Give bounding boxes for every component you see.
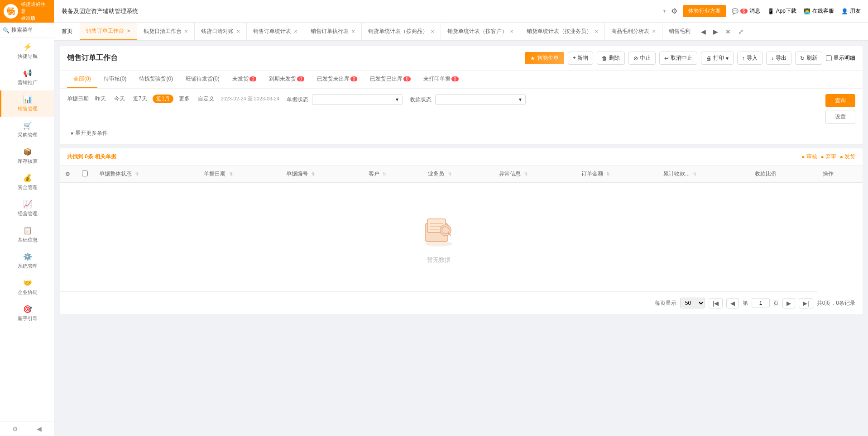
tab-nav-next[interactable]: ▶ bbox=[710, 25, 722, 38]
add-button[interactable]: + 新增 bbox=[568, 52, 593, 65]
col-checkbox[interactable] bbox=[76, 166, 94, 183]
select-all-checkbox[interactable] bbox=[82, 171, 88, 176]
app-download-button[interactable]: 📱 App下载 bbox=[767, 7, 796, 15]
tab-nav-prev[interactable]: ◀ bbox=[697, 25, 710, 38]
filter-tab-wangpu[interactable]: 旺铺待发货(0) bbox=[179, 71, 226, 88]
trial-button[interactable]: 体验行业方案 bbox=[683, 5, 726, 17]
filter-tab-overdue[interactable]: 到期未发货0 bbox=[263, 71, 311, 88]
col-settings[interactable]: ⚙ bbox=[60, 166, 76, 183]
tab-restore[interactable]: ⤢ bbox=[734, 25, 747, 38]
system-dropdown-arrow[interactable]: ▾ bbox=[663, 9, 666, 14]
filter-tab-pending-review[interactable]: 待审核(0) bbox=[97, 71, 133, 88]
tab-gross-margin[interactable]: 商品毛利分析表 ✕ bbox=[605, 23, 662, 40]
review-btn[interactable]: ● 审核 bbox=[801, 153, 817, 161]
sidebar-item-inventory[interactable]: 📦 库存核算 bbox=[0, 143, 54, 169]
cancel-review-btn[interactable]: ● 弃审 bbox=[821, 153, 836, 161]
page-size-select[interactable]: 50 10 20 100 bbox=[680, 298, 705, 308]
sidebar-item-sales[interactable]: 📊 销售管理 bbox=[0, 90, 54, 117]
sidebar-search[interactable]: 🔍 搜索菜单 bbox=[0, 23, 54, 38]
tab-cash-daily[interactable]: 钱货日清工作台 ✕ bbox=[137, 23, 195, 40]
sidebar-item-quick-nav[interactable]: ⚡ 快捷导航 bbox=[0, 38, 54, 64]
filter-tab-shipped-outbound[interactable]: 已发货已出库0 bbox=[364, 71, 417, 88]
page-prev-btn[interactable]: ◀ bbox=[726, 298, 739, 308]
stop-button[interactable]: ⊘ 中止 bbox=[628, 52, 656, 65]
tab-close-summary-product[interactable]: ✕ bbox=[431, 29, 434, 34]
sidebar-item-operations[interactable]: 📈 经营管理 bbox=[0, 195, 54, 222]
sidebar-collapse-icon[interactable]: ◀ bbox=[37, 425, 42, 432]
status-select[interactable]: ▾ bbox=[312, 94, 403, 105]
sidebar-item-basic-info[interactable]: 📋 基础信息 bbox=[0, 222, 54, 248]
sidebar-item-purchase[interactable]: 🛒 采购管理 bbox=[0, 117, 54, 143]
sidebar-item-guide[interactable]: 🎯 新手引导 bbox=[0, 300, 54, 327]
tab-sales-order[interactable]: 销售订单工作台 ✕ bbox=[80, 23, 137, 40]
tab-close-cash-check[interactable]: ✕ bbox=[236, 29, 240, 34]
cancel-stop-icon: ↩ bbox=[664, 55, 669, 62]
sort-salesperson[interactable]: ⇅ bbox=[448, 171, 451, 176]
query-button[interactable]: 查询 bbox=[825, 94, 855, 107]
show-details-input[interactable] bbox=[826, 55, 832, 61]
sort-collected[interactable]: ⇅ bbox=[693, 171, 696, 176]
sort-date[interactable]: ⇅ bbox=[229, 171, 233, 176]
smart-generate-button[interactable]: ★ 智能生单 bbox=[525, 52, 564, 64]
sidebar-settings-icon[interactable]: ⚙ bbox=[12, 425, 18, 432]
date-more[interactable]: 更多 bbox=[176, 94, 192, 104]
filter-tab-all[interactable]: 全部(0) bbox=[67, 71, 97, 88]
message-icon: 💬 bbox=[732, 8, 739, 14]
tab-close-gross-margin[interactable]: ✕ bbox=[652, 29, 656, 34]
sort-number[interactable]: ⇅ bbox=[311, 171, 315, 176]
tab-sales-summary-product[interactable]: 销货单统计表（按商品） ✕ bbox=[362, 23, 441, 40]
print-button[interactable]: 🖨 打印 ▾ bbox=[701, 52, 734, 65]
delete-icon: 🗑 bbox=[602, 55, 607, 62]
sidebar-item-finance[interactable]: 💰 资金管理 bbox=[0, 169, 54, 195]
date-7days[interactable]: 近7天 bbox=[130, 94, 150, 104]
tab-home[interactable]: 首页 bbox=[54, 23, 80, 40]
tab-sales-stat[interactable]: 销售订单统计表 ✕ bbox=[247, 23, 304, 40]
tab-close-cash-daily[interactable]: ✕ bbox=[184, 29, 188, 34]
sort-status[interactable]: ⇅ bbox=[135, 171, 139, 176]
payment-select[interactable]: ▾ bbox=[435, 94, 526, 105]
tab-cash-check[interactable]: 钱货日清对账 ✕ bbox=[195, 23, 247, 40]
tab-close-summary-salesperson[interactable]: ✕ bbox=[595, 29, 598, 34]
sort-abnormal[interactable]: ⇅ bbox=[524, 171, 528, 176]
tab-sales-summary-salesperson[interactable]: 销货单统计表（按业务员） ✕ bbox=[520, 23, 605, 40]
sidebar-item-cooperation[interactable]: 🤝 企业协同 bbox=[0, 274, 54, 300]
page-last-btn[interactable]: ▶| bbox=[799, 298, 813, 308]
import-button[interactable]: ↑ 导入 bbox=[737, 52, 762, 65]
page-input[interactable] bbox=[752, 298, 770, 308]
filter-tab-shipped-not-outbound[interactable]: 已发货未出库0 bbox=[311, 71, 364, 88]
header-settings-icon[interactable]: ⚙ bbox=[671, 7, 677, 15]
tab-close-sales-exec[interactable]: ✕ bbox=[351, 29, 355, 34]
sort-amount[interactable]: ⇅ bbox=[606, 171, 610, 176]
sidebar-item-system[interactable]: ⚙️ 系统管理 bbox=[0, 248, 54, 274]
tab-close-all[interactable]: ✕ bbox=[722, 25, 734, 38]
cancel-stop-button[interactable]: ↩ 取消中止 bbox=[659, 52, 697, 65]
tab-sales-profit[interactable]: 销售毛利 bbox=[662, 23, 697, 40]
show-details-checkbox[interactable]: 显示明细 bbox=[826, 54, 855, 62]
delete-button[interactable]: 🗑 删除 bbox=[597, 52, 625, 65]
sort-customer[interactable]: ⇅ bbox=[383, 171, 386, 176]
export-button[interactable]: ↓ 导出 bbox=[766, 52, 791, 65]
filter-tab-not-printed[interactable]: 未打印单据0 bbox=[417, 71, 465, 88]
filter-tab-not-shipped[interactable]: 未发货0 bbox=[226, 71, 263, 88]
settings-button[interactable]: 设置 bbox=[825, 110, 855, 124]
page-first-btn[interactable]: |◀ bbox=[709, 298, 723, 308]
date-yesterday[interactable]: 昨天 bbox=[92, 94, 109, 104]
tab-sales-exec[interactable]: 销售订单执行表 ✕ bbox=[304, 23, 362, 40]
message-button[interactable]: 💬 6 消息 bbox=[732, 7, 760, 15]
expand-conditions-btn[interactable]: ▾ 展开更多条件 bbox=[67, 128, 111, 139]
filter-tab-pending-inspect[interactable]: 待拣货验货(0) bbox=[133, 71, 179, 88]
page-next-btn[interactable]: ▶ bbox=[782, 298, 795, 308]
online-service-button[interactable]: 👨‍💻 在线客服 bbox=[804, 7, 834, 15]
tab-close-sales-order[interactable]: ✕ bbox=[127, 28, 130, 33]
sidebar-item-marketing[interactable]: 📢 营销推广 bbox=[0, 64, 54, 90]
user-menu[interactable]: 👤 用友 bbox=[841, 7, 861, 15]
ship-btn[interactable]: ● 发货 bbox=[840, 153, 855, 161]
quick-nav-icon: ⚡ bbox=[23, 43, 32, 51]
date-custom[interactable]: 自定义 bbox=[195, 94, 217, 104]
date-today[interactable]: 今天 bbox=[111, 94, 128, 104]
tab-close-sales-stat[interactable]: ✕ bbox=[294, 29, 297, 34]
tab-sales-summary-customer[interactable]: 销货单统计表（按客户） ✕ bbox=[441, 23, 520, 40]
refresh-button[interactable]: ↻ 刷新 bbox=[795, 52, 822, 65]
tab-close-summary-customer[interactable]: ✕ bbox=[510, 29, 513, 34]
date-1month[interactable]: 近1月 bbox=[153, 95, 174, 103]
